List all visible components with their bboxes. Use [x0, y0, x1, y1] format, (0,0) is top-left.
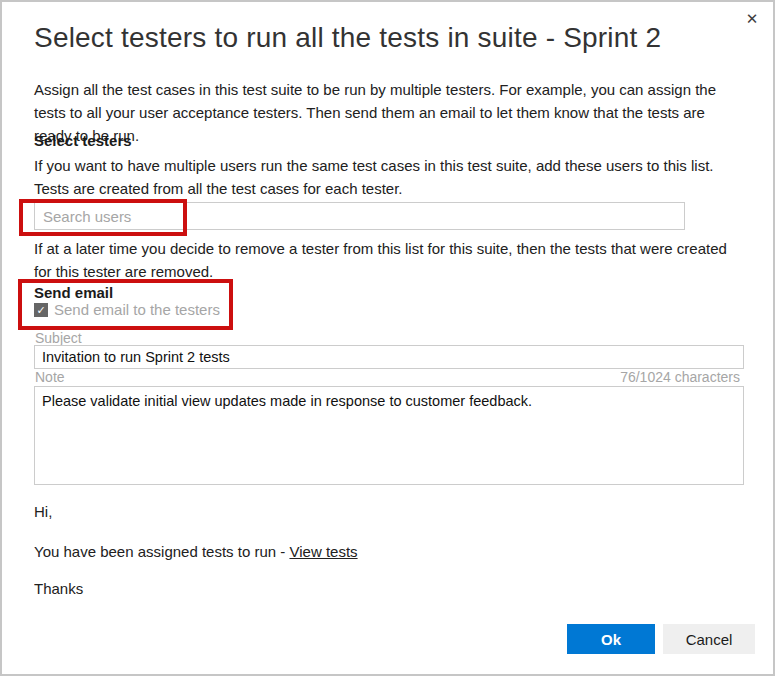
cancel-button[interactable]: Cancel [663, 624, 755, 654]
character-counter: 76/1024 characters [620, 369, 740, 385]
select-testers-dialog: ✕ Select testers to run all the tests in… [0, 0, 775, 676]
select-testers-heading: Select testers [34, 132, 132, 149]
subject-label: Subject [35, 330, 82, 346]
close-icon[interactable]: ✕ [741, 8, 763, 30]
subject-input[interactable] [34, 345, 744, 369]
removal-note-text: If at a later time you decide to remove … [34, 237, 746, 283]
send-email-checkbox-label: Send email to the testers [54, 301, 220, 318]
preview-closing: Thanks [34, 580, 83, 594]
note-label: Note [35, 369, 65, 385]
preview-assigned-line: You have been assigned tests to run - Vi… [34, 543, 358, 560]
view-tests-link[interactable]: View tests [289, 543, 357, 560]
dialog-title: Select testers to run all the tests in s… [34, 22, 733, 54]
preview-assigned-text: You have been assigned tests to run - [34, 543, 289, 560]
send-email-heading: Send email [34, 284, 113, 301]
email-preview: Hi, You have been assigned tests to run … [34, 503, 746, 594]
checkbox-checked-icon[interactable]: ✓ [34, 303, 48, 317]
send-email-checkbox-row: ✓ Send email to the testers [34, 301, 220, 318]
intro-text: Assign all the test cases in this test s… [34, 78, 746, 147]
select-testers-description: If you want to have multiple users run t… [34, 154, 746, 200]
note-textarea[interactable]: Please validate initial view updates mad… [34, 386, 744, 485]
search-users-input[interactable] [34, 202, 685, 230]
preview-greeting: Hi, [34, 503, 52, 520]
ok-button[interactable]: Ok [567, 624, 655, 654]
